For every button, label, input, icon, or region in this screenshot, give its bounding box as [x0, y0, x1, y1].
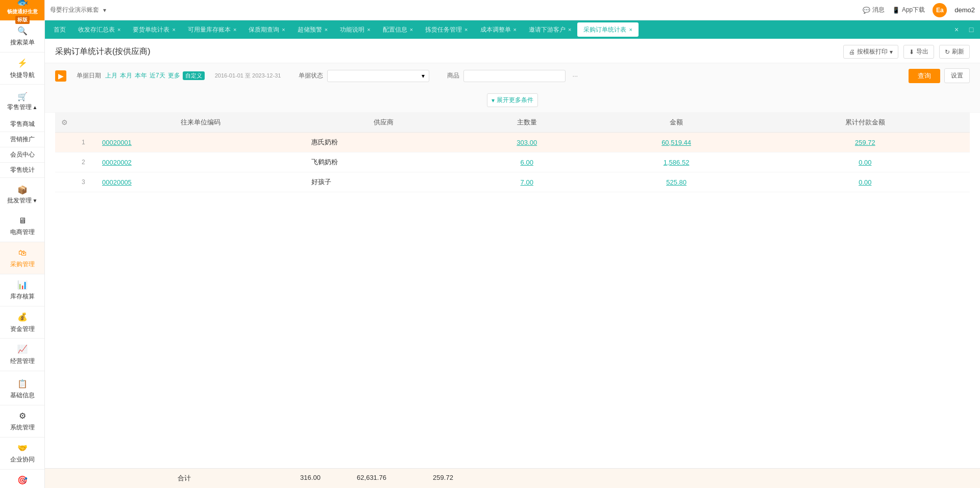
export-btn[interactable]: ⬇ 导出: [903, 45, 934, 59]
tab-function-desc-label: 功能说明: [340, 25, 364, 34]
sidebar-item-inventory[interactable]: 📊 库存核算: [0, 274, 44, 306]
row-3-quantity[interactable]: 7.00: [461, 172, 592, 192]
shortcut-last-month[interactable]: 上月: [105, 71, 117, 80]
custom-date-badge[interactable]: 自定义: [183, 71, 205, 80]
tab-pick-task-close[interactable]: ×: [464, 27, 468, 33]
tab-config-info[interactable]: 配置信息 ×: [377, 22, 419, 37]
row-2-amount[interactable]: 1,586.52: [592, 152, 760, 172]
tab-home[interactable]: 首页: [47, 22, 72, 37]
workspace-selector[interactable]: 母婴行业演示账套 ▾: [50, 6, 106, 14]
col-settings[interactable]: ⚙: [55, 113, 76, 133]
shortcut-more[interactable]: 更多: [168, 71, 180, 80]
sidebar-item-purchase[interactable]: 🛍 采购管理: [0, 242, 44, 274]
row-2-paid-amount[interactable]: 0.00: [761, 152, 970, 172]
sidebar-item-search[interactable]: 🔍 搜索菜单: [0, 20, 44, 53]
goods-input[interactable]: [463, 70, 566, 82]
goods-more-icon[interactable]: ···: [572, 72, 578, 80]
sidebar-item-wholesale[interactable]: 📦 批发管理 ▼: [0, 180, 44, 210]
tab-order-summary[interactable]: 要货单统计表 ×: [127, 22, 181, 37]
expand-icon: ▲: [33, 105, 38, 110]
tab-purchase-summary-label: 采购订单统计表: [583, 25, 626, 34]
shortcut-this-year[interactable]: 本年: [135, 71, 147, 80]
filter-toggle-icon: ▶: [58, 72, 64, 80]
sidebar-item-new-guide[interactable]: 🎯 新手引导: [0, 470, 44, 488]
search-icon: 🔍: [17, 25, 28, 37]
tab-receive-summary[interactable]: 收发存汇总表 ×: [72, 22, 127, 37]
sidebar-item-retail-stats-label: 零售统计: [10, 166, 35, 174]
row-1-paid-amount[interactable]: 259.72: [761, 133, 970, 152]
sidebar: 🐟 畅捷通好生意 标版 🔍 搜索菜单 ⚡ 快捷导航 🛒 零售管理 ▲ 零售商城 …: [0, 0, 45, 488]
wholesale-icon: 📦: [17, 185, 28, 195]
row-2-supplier-code[interactable]: 00020002: [96, 152, 305, 172]
sidebar-item-operations[interactable]: 📈 经营管理: [0, 339, 44, 371]
expand-more-btn[interactable]: ▾ 展开更多条件: [487, 93, 538, 107]
shortcut-last-7-days[interactable]: 近7天: [150, 71, 165, 80]
tab-pick-task[interactable]: 拣货任务管理 ×: [419, 22, 474, 37]
row-3-paid-amount[interactable]: 0.00: [761, 172, 970, 192]
sidebar-item-basic-info[interactable]: 📋 基础信息: [0, 373, 44, 405]
tab-invite-downstream-label: 邀请下游客户: [529, 25, 566, 34]
expand-more-label: 展开更多条件: [497, 96, 533, 105]
sidebar-item-system[interactable]: ⚙ 系统管理: [0, 405, 44, 438]
row-1-num: 1: [76, 133, 96, 152]
query-btn[interactable]: 查询: [909, 69, 940, 83]
row-3-amount[interactable]: 525.80: [592, 172, 760, 192]
page-header: 采购订单统计表(按供应商) 🖨 按模板打印 ▾ ⬇ 导出 ↻ 刷新: [45, 39, 980, 63]
tab-cost-adjust[interactable]: 成本调整单 ×: [474, 22, 523, 37]
sidebar-item-enterprise-collab-label: 企业协同: [10, 455, 35, 464]
settings-btn[interactable]: 设置: [944, 68, 970, 83]
tab-cost-adjust-close[interactable]: ×: [513, 27, 517, 33]
tab-config-info-close[interactable]: ×: [410, 27, 413, 33]
row-1-amount[interactable]: 60,519.44: [592, 133, 760, 152]
expand-more-icon: ▾: [492, 97, 495, 104]
sidebar-item-ecommerce[interactable]: 🖥 电商管理: [0, 210, 44, 242]
tab-expiry-query[interactable]: 保质期查询 ×: [242, 22, 291, 37]
sidebar-item-marketing[interactable]: 营销推广: [0, 132, 44, 147]
tab-receive-summary-close[interactable]: ×: [117, 27, 120, 33]
window-maximize-btn[interactable]: □: [965, 23, 977, 36]
tab-function-desc-close[interactable]: ×: [367, 27, 370, 33]
message-btn[interactable]: 💬 消息: [863, 6, 885, 14]
tab-invite-downstream[interactable]: 邀请下游客户 ×: [523, 22, 577, 37]
sidebar-item-retail-mall-label: 零售商城: [10, 120, 35, 129]
tab-inventory-ledger[interactable]: 可用量库存账本 ×: [182, 22, 242, 37]
tab-function-desc[interactable]: 功能说明 ×: [334, 22, 376, 37]
filter-toggle-btn[interactable]: ▶: [55, 70, 66, 82]
tab-overstock-warning[interactable]: 超储预警 ×: [291, 22, 334, 37]
col-quantity: 主数量: [461, 113, 592, 133]
app-download-btn[interactable]: 📱 App下载: [892, 6, 925, 14]
tab-invite-downstream-close[interactable]: ×: [568, 27, 571, 33]
row-1-supplier-code[interactable]: 00020001: [96, 133, 305, 152]
tab-cost-adjust-label: 成本调整单: [480, 25, 511, 34]
tab-inventory-ledger-close[interactable]: ×: [233, 27, 236, 33]
sidebar-item-enterprise-collab[interactable]: 🤝 企业协同: [0, 438, 44, 470]
sidebar-item-member[interactable]: 会员中心: [0, 147, 44, 163]
sidebar-item-retail-stats[interactable]: 零售统计: [0, 163, 44, 178]
row-2-quantity[interactable]: 6.00: [461, 152, 592, 172]
sidebar-item-quick-nav[interactable]: ⚡ 快捷导航: [0, 53, 44, 85]
tab-order-summary-close[interactable]: ×: [172, 27, 175, 33]
workspace-dropdown-icon[interactable]: ▾: [103, 7, 106, 14]
tab-expiry-query-close[interactable]: ×: [282, 27, 285, 33]
avatar[interactable]: Ea: [933, 3, 947, 17]
print-btn[interactable]: 🖨 按模板打印 ▾: [843, 45, 898, 59]
shortcut-this-month[interactable]: 本月: [120, 71, 132, 80]
refresh-btn[interactable]: ↻ 刷新: [939, 45, 970, 59]
message-icon: 💬: [863, 7, 870, 14]
table-settings-icon[interactable]: ⚙: [61, 118, 68, 126]
tab-purchase-summary[interactable]: 采购订单统计表 ×: [577, 22, 638, 37]
tab-overstock-warning-close[interactable]: ×: [325, 27, 328, 33]
sidebar-item-retail-mall[interactable]: 零售商城: [0, 117, 44, 132]
sidebar-item-retail[interactable]: 🛒 零售管理 ▲: [0, 87, 44, 117]
tab-config-info-label: 配置信息: [383, 25, 407, 34]
row-3-supplier-code[interactable]: 00020005: [96, 172, 305, 192]
row-1-quantity[interactable]: 303.00: [461, 133, 592, 152]
status-select[interactable]: ▾: [327, 70, 429, 82]
window-close-btn[interactable]: ×: [950, 23, 963, 36]
sidebar-item-finance[interactable]: 💰 资金管理: [0, 306, 44, 339]
col-paid-amount: 累计付款金额: [761, 113, 970, 133]
tab-purchase-summary-close[interactable]: ×: [629, 27, 632, 33]
footer-empty-1: [55, 474, 76, 483]
purchase-icon: 🛍: [18, 247, 27, 259]
date-from: 2016-01-01: [215, 72, 243, 79]
